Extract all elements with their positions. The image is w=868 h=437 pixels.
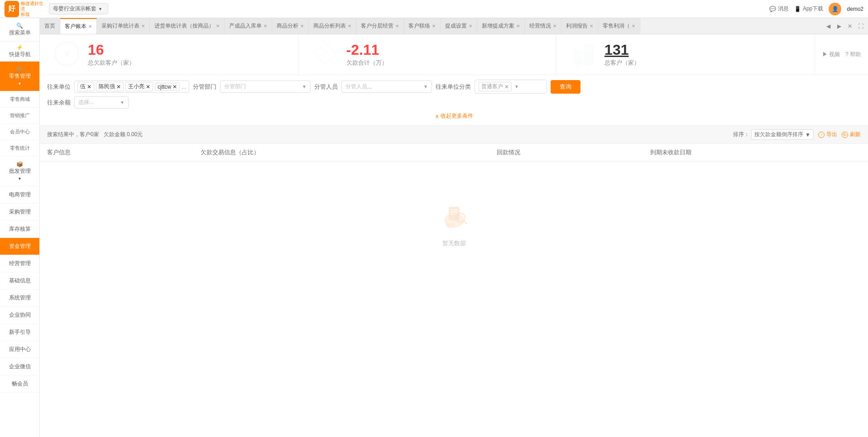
person-placeholder: 分管人员 [345,83,367,90]
unit-tag-chen-remove-icon[interactable]: ✕ [116,84,121,90]
tab-purchase-order-close-icon[interactable]: ✕ [141,24,145,28]
search-result-text: 搜索结果中，客户0家 [47,131,99,138]
unit-filter-more-button[interactable]: ... [182,84,186,90]
sort-select[interactable]: 按欠款金额倒序排序 ▼ [751,129,814,140]
category-filter-select[interactable]: 普通客户 ✕ ▼ [475,80,547,94]
tab-nav-left-button[interactable]: ◀ [824,22,833,31]
category-tag-remove-icon[interactable]: ✕ [504,84,509,90]
tab-goods-analysis-list[interactable]: 商品分析列表 ✕ [309,18,356,34]
stats-bar: ¥ 16 总欠款客户（家） ✦ [40,34,868,75]
sidebar-item-retail-mall[interactable]: 零售商城 [0,91,39,108]
tab-inbound-stats-close-icon[interactable]: ✕ [216,24,220,28]
message-icon: 💬 [769,6,776,12]
tab-retail-profit-close-icon[interactable]: ✕ [632,24,635,28]
sidebar-item-system[interactable]: 系统管理 [0,290,39,307]
user-avatar[interactable]: 👤 [829,3,841,15]
tab-profit-report-close-icon[interactable]: ✕ [590,24,593,28]
svg-rect-11 [590,47,592,49]
stat-text-2: -2.11 欠款合计（万） [346,43,388,67]
sidebar-item-finance[interactable]: 资金管理 [0,238,39,255]
tab-business-status-close-icon[interactable]: ✕ [553,24,556,28]
tab-new-raise-plan[interactable]: 新增提成方案 ✕ [477,18,525,34]
sidebar-item-retail-stats[interactable]: 零售统计 [0,140,39,157]
tab-business-status[interactable]: 经营情况 ✕ [525,18,561,34]
sidebar-item-retail-mgmt[interactable]: 🛒 零售管理 ▼ [0,62,39,91]
tab-raise-settings-close-icon[interactable]: ✕ [469,24,472,28]
sidebar-item-enterprise-coop[interactable]: 企业协同 [0,307,39,324]
person-filter-more[interactable]: ... [367,84,372,90]
unit-filter-tag-group: 伍 ✕ 陈民强 ✕ 王小亮 ✕ [74,81,189,93]
tab-goods-analysis-list-label: 商品分析列表 [313,22,346,30]
tab-customer-tier-label: 客户分层经营 [361,22,393,30]
help-button[interactable]: ? 帮助 [845,51,861,58]
sidebar-item-vip[interactable]: 畅会员 [0,375,39,393]
tab-goods-analysis[interactable]: 商品分析 ✕ [272,18,309,34]
sidebar-item-search[interactable]: 🔍 搜索菜单 [0,18,39,42]
tab-customer-tier-close-icon[interactable]: ✕ [395,24,399,28]
dept-filter-label: 分管部门 [193,83,216,91]
stat-text-1: 16 总欠款客户（家） [88,43,135,67]
sidebar-item-member-center[interactable]: 会员中心 [0,124,39,140]
export-button[interactable]: ↑ 导出 [818,131,837,138]
tab-customer-tier[interactable]: 客户分层经营 ✕ [356,18,404,34]
sidebar-item-marketing[interactable]: 营销推广 [0,108,39,124]
video-label: 视频 [829,51,840,57]
stat-text-3: 131 总客户（家） [604,43,640,67]
tab-bar: 首页 客户账本 ✕ 采购订单统计表 ✕ 进货单统计表（按商品） ✕ 产成品入库单… [40,18,868,34]
sidebar-item-new-guide[interactable]: 新手引导 [0,324,39,341]
tab-customer-book-close-icon[interactable]: ✕ [88,24,92,29]
svg-rect-8 [579,55,581,57]
tab-purchase-order[interactable]: 采购订单统计表 ✕ [97,18,150,34]
tab-cost-inbound-close-icon[interactable]: ✕ [264,24,267,28]
tab-new-raise-plan-close-icon[interactable]: ✕ [516,24,520,28]
stat-total-debt-amount: ✦ -2.11 欠款合计（万） [298,34,557,75]
tab-retail-profit[interactable]: 零售利润（ ✕ [598,18,640,34]
person-filter-label: 分管人员 [314,83,338,91]
refresh-button[interactable]: ↻ 刷新 [842,131,861,138]
unit-tag-cjttcw-remove-icon[interactable]: ✕ [173,84,177,90]
logo-icon: 好 [5,1,19,17]
table-container: 客户信息 欠款交易信息（占比） 回款情况 到期未收款日期 [40,144,868,437]
sidebar-item-enterprise-wechat[interactable]: 企业微信 [0,358,39,375]
tab-home[interactable]: 首页 [40,18,60,34]
dept-filter-select[interactable]: 分管部门 ▼ [220,81,311,93]
sidebar-item-app-center[interactable]: 应用中心 [0,341,39,358]
tab-inbound-stats[interactable]: 进货单统计表（按商品） ✕ [150,18,225,34]
result-sort: 排序： 按欠款金额倒序排序 ▼ [733,129,814,140]
tab-customer-contact[interactable]: 客户联络 ✕ [404,18,441,34]
sidebar-item-basic-info[interactable]: 基础信息 [0,272,39,290]
sidebar-item-operation[interactable]: 经营管理 [0,255,39,272]
app-download-button[interactable]: 📱 App下载 [794,5,823,13]
tab-cost-inbound[interactable]: 产成品入库单 ✕ [225,18,272,34]
unit-tag-wu-remove-icon[interactable]: ✕ [87,84,91,90]
tab-fullscreen-button[interactable]: ⛶ [856,22,865,31]
tab-goods-analysis-list-close-icon[interactable]: ✕ [348,24,351,28]
sidebar-item-inventory[interactable]: 库存核算 [0,221,39,238]
sidebar-item-quick-nav[interactable]: ⚡ 快捷导航 [0,42,39,62]
svg-text:¥: ¥ [64,48,70,60]
balance-filter-select[interactable]: 选择... ▼ [74,96,129,109]
tab-customer-contact-close-icon[interactable]: ✕ [432,24,436,28]
video-help-button[interactable]: ▶ 视频 [822,51,840,58]
help-label: 帮助 [850,51,861,57]
query-button[interactable]: 查询 [551,80,580,94]
sidebar-item-ecommerce[interactable]: 电商管理 [0,186,39,204]
unit-tag-wang-remove-icon[interactable]: ✕ [146,84,150,90]
tab-close-all-button[interactable]: ✕ [845,22,854,31]
tab-inbound-stats-label: 进货单统计表（按商品） [154,22,214,30]
tab-raise-settings[interactable]: 提成设置 ✕ [441,18,477,34]
svg-rect-9 [586,47,588,49]
tab-nav-right-button[interactable]: ▶ [834,22,844,31]
person-filter-select[interactable]: 分管人员 ... ▼ [341,81,432,93]
tab-goods-analysis-close-icon[interactable]: ✕ [300,24,304,28]
main-layout: 🔍 搜索菜单 ⚡ 快捷导航 🛒 零售管理 ▼ 零售商城 营销推广 会员中心 [0,18,868,437]
collapse-button[interactable]: ∧ 收起更多条件 [435,112,473,120]
svg-rect-5 [575,52,577,53]
account-selector[interactable]: 母婴行业演示帐套 ▼ [49,3,108,14]
tab-profit-report[interactable]: 利润报告 ✕ [561,18,598,34]
sidebar-item-wholesale[interactable]: 📦 批发管理 ▼ [0,157,39,186]
balance-arrow-icon: ▼ [120,100,125,105]
tab-customer-book[interactable]: 客户账本 ✕ [60,18,97,34]
message-button[interactable]: 💬 消息 [769,5,789,13]
sidebar-item-purchase[interactable]: 采购管理 [0,204,39,221]
